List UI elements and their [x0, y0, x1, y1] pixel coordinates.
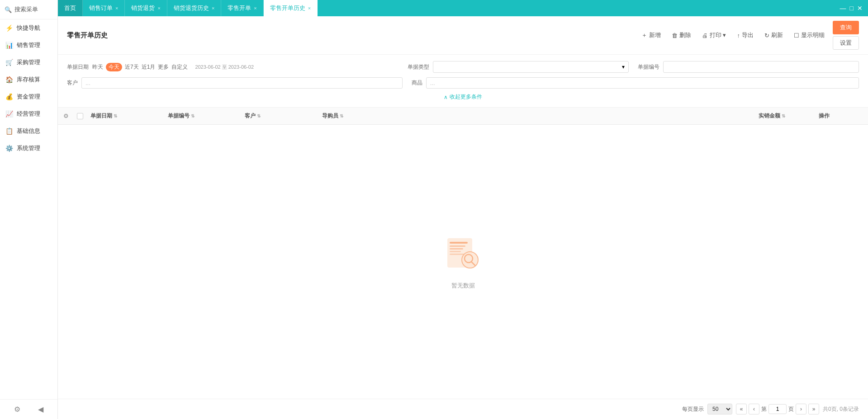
- tab-home-label: 首页: [64, 4, 76, 12]
- per-page-select[interactable]: 50 100 200: [707, 404, 732, 414]
- tab-retail-history[interactable]: 零售开单历史 ×: [264, 0, 318, 16]
- sidebar-search[interactable]: 🔍 搜索采单: [0, 0, 57, 19]
- last-page-button[interactable]: »: [808, 404, 819, 414]
- page-label: 页: [788, 405, 794, 413]
- th-amount[interactable]: 实销金额 ⇅: [708, 112, 786, 120]
- sidebar-bottom: ⚙ ◀: [0, 399, 57, 419]
- finance-icon: 💰: [5, 93, 13, 100]
- sidebar-item-label: 快捷导航: [17, 24, 40, 32]
- date-filter-label: 单据日期: [67, 63, 89, 71]
- sidebar-settings-button[interactable]: ⚙: [14, 405, 20, 414]
- sidebar-item-label: 系统管理: [17, 144, 40, 152]
- print-label: 打印 ▾: [710, 31, 726, 39]
- prev-page-button[interactable]: ‹: [749, 404, 759, 414]
- product-input[interactable]: ...: [426, 77, 859, 89]
- number-input[interactable]: [663, 61, 859, 73]
- sort-number-icon: ⇅: [191, 113, 194, 118]
- shortcut-7days[interactable]: 近7天: [125, 63, 139, 71]
- sidebar-item-purchase-mgmt[interactable]: 🛒 采购管理: [0, 54, 57, 71]
- sidebar-item-basic-info[interactable]: 📋 基础信息: [0, 122, 57, 140]
- new-button[interactable]: ＋ 新增: [639, 29, 664, 41]
- delete-label: 删除: [679, 31, 691, 39]
- per-page-label: 每页显示: [682, 405, 704, 413]
- customer-filter-label: 客户: [67, 79, 78, 87]
- export-button[interactable]: ↑ 导出: [735, 29, 757, 41]
- tab-retail-open-close[interactable]: ×: [254, 5, 256, 11]
- table-settings-icon[interactable]: ⚙: [63, 113, 77, 119]
- tab-sales-return[interactable]: 销货退货 ×: [125, 0, 167, 16]
- quick-nav-icon: ⚡: [5, 24, 13, 32]
- page-word: 第: [761, 405, 767, 413]
- table-select-all[interactable]: [77, 113, 90, 119]
- th-date[interactable]: 单据日期 ⇅: [90, 112, 168, 120]
- window-minimize[interactable]: —: [840, 5, 846, 12]
- refresh-button[interactable]: ↻ 刷新: [762, 29, 786, 41]
- new-label: 新增: [649, 31, 661, 39]
- basic-info-icon: 📋: [5, 127, 13, 135]
- type-filter: 单据类型 ▾: [408, 61, 629, 73]
- sort-customer-icon: ⇅: [257, 113, 261, 118]
- sidebar-item-sales-mgmt[interactable]: 📊 销售管理: [0, 37, 57, 54]
- th-salesperson[interactable]: 导购员 ⇅: [322, 112, 399, 120]
- tab-sales-return-history[interactable]: 销货退货历史 ×: [167, 0, 221, 16]
- print-button[interactable]: 🖨 打印 ▾: [699, 29, 729, 41]
- tab-sales-return-close[interactable]: ×: [157, 5, 160, 11]
- sidebar-item-finance[interactable]: 💰 资金管理: [0, 88, 57, 105]
- shortcut-yesterday[interactable]: 昨天: [92, 63, 103, 71]
- sidebar-item-label: 采购管理: [17, 58, 40, 66]
- date-filter: 单据日期 昨天 今天 近7天 近1月 更多 自定义 2023-06-02 至 2…: [67, 63, 398, 71]
- tab-retail-history-close[interactable]: ×: [308, 5, 311, 11]
- sort-date-icon: ⇅: [114, 113, 117, 118]
- refresh-label: 刷新: [771, 31, 783, 39]
- empty-illustration: [441, 234, 486, 274]
- shortcut-1month[interactable]: 近1月: [142, 63, 156, 71]
- tab-sales-order[interactable]: 销售订单 ×: [83, 0, 125, 16]
- sort-amount-icon: ⇅: [782, 113, 785, 118]
- tab-home[interactable]: 首页: [58, 0, 83, 16]
- select-all-checkbox[interactable]: [77, 113, 83, 119]
- page-number-input[interactable]: [768, 404, 787, 414]
- sidebar-item-operations[interactable]: 📈 经营管理: [0, 105, 57, 122]
- th-customer[interactable]: 客户 ⇅: [245, 112, 322, 120]
- th-action: 操作: [785, 112, 863, 120]
- tab-sales-return-history-close[interactable]: ×: [212, 5, 214, 11]
- number-filter: 单据编号: [638, 61, 859, 73]
- product-filter-label: 商品: [412, 79, 422, 87]
- date-range: 2023-06-02 至 2023-06-02: [195, 64, 254, 71]
- inventory-icon: 🏠: [5, 76, 13, 83]
- shortcut-more[interactable]: 更多: [158, 63, 169, 71]
- sidebar-item-system-mgmt[interactable]: ⚙️ 系统管理: [0, 140, 57, 157]
- collapse-row[interactable]: ∧ 收起更多条件: [67, 93, 859, 101]
- main-content: 首页 销售订单 × 销货退货 × 销货退货历史 × 零售开单 × 零售开单历史 …: [58, 0, 868, 419]
- tab-sales-order-label: 销售订单: [89, 4, 113, 12]
- next-page-button[interactable]: ›: [796, 404, 806, 414]
- shortcut-today[interactable]: 今天: [106, 63, 122, 71]
- product-filter: 商品 ...: [412, 77, 859, 89]
- tab-sales-order-close[interactable]: ×: [115, 5, 118, 11]
- window-maximize[interactable]: □: [850, 5, 854, 12]
- query-button[interactable]: 查询: [833, 21, 859, 34]
- svg-rect-5: [450, 254, 464, 255]
- settings-button[interactable]: 设置: [833, 36, 859, 50]
- pagination: 每页显示 50 100 200 « ‹ 第 页 › » 共0页, 0条记录: [58, 399, 868, 419]
- display-detail-button[interactable]: ☐ 显示明细: [791, 29, 827, 41]
- window-close[interactable]: ✕: [857, 5, 863, 12]
- sidebar-item-quick-nav[interactable]: ⚡ 快捷导航: [0, 19, 57, 37]
- sort-salesperson-icon: ⇅: [340, 113, 343, 118]
- sidebar-item-inventory[interactable]: 🏠 库存核算: [0, 71, 57, 88]
- system-icon: ⚙️: [5, 145, 13, 152]
- operations-icon: 📈: [5, 110, 13, 118]
- tab-retail-open[interactable]: 零售开单 ×: [221, 0, 263, 16]
- shortcut-custom[interactable]: 自定义: [171, 63, 188, 71]
- delete-button[interactable]: 🗑 删除: [669, 29, 694, 41]
- sidebar-item-label: 基础信息: [17, 127, 40, 135]
- table-area: ⚙ 单据日期 ⇅ 单据编号 ⇅ 客户 ⇅ 导购员 ⇅ 实销金额: [58, 108, 868, 419]
- refresh-icon: ↻: [764, 32, 769, 39]
- first-page-button[interactable]: «: [736, 404, 747, 414]
- page-title: 零售开单历史: [67, 31, 108, 40]
- type-select[interactable]: ▾: [433, 61, 629, 73]
- sidebar-collapse-button[interactable]: ◀: [38, 405, 43, 414]
- customer-input[interactable]: ...: [81, 77, 403, 89]
- th-number[interactable]: 单据编号 ⇅: [168, 112, 245, 120]
- display-label: 显示明细: [801, 31, 825, 39]
